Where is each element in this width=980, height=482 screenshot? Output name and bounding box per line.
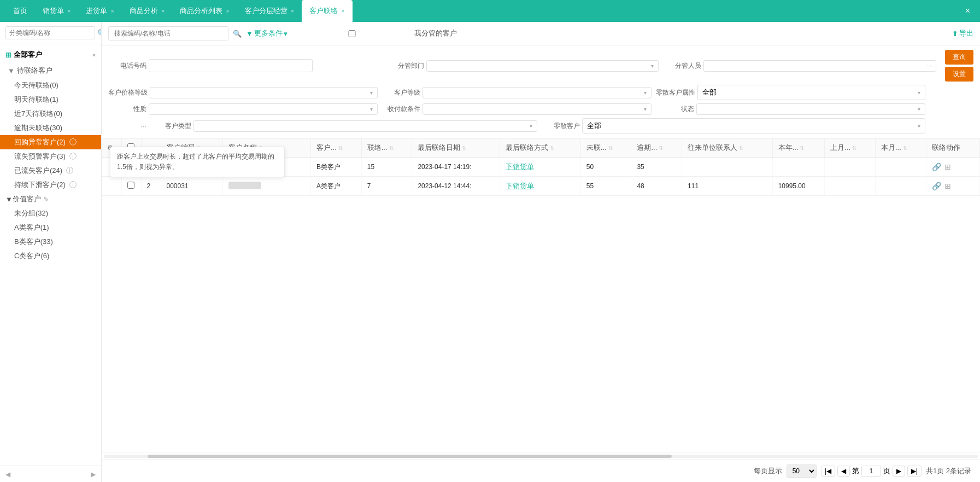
th-overdue[interactable]: 逾期... ⇅ bbox=[631, 138, 682, 158]
sidebar-item-already-lost[interactable]: 已流失客户(24) ⓘ bbox=[0, 164, 101, 178]
search-button[interactable]: 🔍 bbox=[233, 30, 242, 38]
page-number-input[interactable] bbox=[861, 466, 881, 477]
link-icon-1[interactable]: 🔗 bbox=[932, 162, 941, 171]
value-customer-section[interactable]: ▼ 价值客户 ✎ bbox=[0, 192, 101, 206]
th-this-year[interactable]: 本年... ⇅ bbox=[772, 138, 825, 158]
sidebar-item-c-class[interactable]: C类客户(6) bbox=[0, 249, 101, 263]
grid-icon-1[interactable]: ⊞ bbox=[944, 162, 951, 171]
all-customers-header[interactable]: ⊞ 全部客户 « bbox=[0, 47, 101, 63]
filter-area: 电话号码 分管部门 ▾ 分管人员 ··· bbox=[102, 45, 980, 138]
window-close-button[interactable]: × bbox=[961, 6, 975, 16]
phone-input[interactable] bbox=[149, 59, 313, 72]
price-grade-chevron: ▾ bbox=[370, 90, 373, 96]
th-last-method[interactable]: 最后联络方式 ⇅ bbox=[500, 138, 580, 158]
th-contact[interactable]: 联络... ⇅ bbox=[361, 138, 412, 158]
sidebar-item-overdue[interactable]: 逾期未联络(30) bbox=[0, 121, 101, 135]
first-page-button[interactable]: |◀ bbox=[821, 466, 835, 477]
close-icon-product-analysis[interactable]: × bbox=[161, 8, 165, 14]
horizontal-scroll-bar[interactable] bbox=[102, 452, 980, 460]
export-button[interactable]: ⬆ 导出 bbox=[952, 28, 973, 38]
search-input[interactable] bbox=[108, 26, 228, 40]
status-select[interactable]: ▾ bbox=[696, 103, 925, 115]
pagination-bar: 每页显示 50 20 100 |◀ ◀ 第 页 ▶ ▶| 共1页 2条记录 bbox=[102, 460, 980, 482]
next-page-button[interactable]: ▶ bbox=[893, 466, 905, 477]
wait-contact-section[interactable]: ▼ 待联络客户 bbox=[0, 63, 101, 78]
retail-attr-select[interactable]: 全部 ▾ bbox=[697, 85, 925, 100]
td-unit-contact-2: 111 bbox=[682, 177, 773, 196]
settings-button[interactable]: 设置 bbox=[945, 67, 973, 82]
retail-select[interactable]: 全部 ▾ bbox=[582, 118, 926, 133]
sidebar-left-arrow[interactable]: ◀ bbox=[5, 471, 10, 478]
sidebar-item-tomorrow[interactable]: 明天待联络(1) bbox=[0, 92, 101, 107]
th-grade[interactable]: 客户... ⇅ bbox=[311, 138, 362, 158]
th-last-date[interactable]: 最后联络日期 ⇅ bbox=[412, 138, 500, 158]
grade-select[interactable]: ▾ bbox=[422, 87, 652, 98]
filter-price-grade: 客户价格等级 ▾ bbox=[108, 87, 378, 98]
close-icon-product-list[interactable]: × bbox=[226, 8, 229, 14]
link-icon-2[interactable]: 🔗 bbox=[932, 182, 941, 190]
sort-icon-uncontacted: ⇅ bbox=[608, 145, 613, 151]
more-conditions-btn[interactable]: ▼ 更多条件 ▾ bbox=[246, 28, 287, 38]
nav-purchase[interactable]: 进货单 × bbox=[78, 0, 121, 22]
person-select[interactable]: ··· bbox=[703, 60, 936, 72]
prev-page-button[interactable]: ◀ bbox=[837, 466, 850, 477]
nav-customer-contact[interactable]: 客户联络 × bbox=[302, 0, 352, 22]
td-last-month-2 bbox=[825, 177, 876, 196]
per-page-select[interactable]: 50 20 100 bbox=[787, 464, 817, 478]
my-customers-input[interactable] bbox=[292, 30, 412, 37]
sidebar-item-today[interactable]: 今天待联络(0) bbox=[0, 78, 101, 92]
td-unit-contact-1 bbox=[682, 158, 773, 177]
last-method-link-2[interactable]: 下销货单 bbox=[506, 182, 534, 190]
query-button[interactable]: 查询 bbox=[945, 50, 973, 65]
content-area: 距客户上次交易时长，超过了此客户的平均交易周期的1.5倍，则视为异常。 🔍 ▼ … bbox=[102, 22, 980, 482]
th-last-month[interactable]: 上月... ⇅ bbox=[825, 138, 876, 158]
nav-customer-tier[interactable]: 客户分层经营 × bbox=[237, 0, 302, 22]
pay-select[interactable]: ▾ bbox=[422, 103, 652, 115]
nav-sales[interactable]: 销货单 × bbox=[35, 0, 78, 22]
price-grade-select[interactable]: ▾ bbox=[150, 87, 378, 98]
th-this-month[interactable]: 本月... ⇅ bbox=[875, 138, 926, 158]
filter-more-dots[interactable]: ··· bbox=[140, 122, 146, 130]
sidebar-right-arrow[interactable]: ▶ bbox=[91, 471, 96, 478]
per-page-label: 每页显示 bbox=[754, 466, 782, 476]
row-checkbox-2[interactable] bbox=[127, 182, 134, 189]
sidebar-search-input[interactable] bbox=[5, 26, 95, 39]
customer-type-select[interactable]: ▾ bbox=[193, 120, 537, 132]
th-unit-contact[interactable]: 往来单位联系人 ⇅ bbox=[682, 138, 773, 158]
last-method-link-1[interactable]: 下销货单 bbox=[506, 162, 534, 171]
sidebar-item-continuous-down[interactable]: 持续下滑客户(2) ⓘ bbox=[0, 178, 101, 192]
scroll-track[interactable] bbox=[104, 455, 978, 458]
nav-product-list[interactable]: 商品分析列表 × bbox=[172, 0, 237, 22]
sidebar-item-b-class[interactable]: B类客户(33) bbox=[0, 235, 101, 249]
toolbar: 🔍 ▼ 更多条件 ▾ 我分管的客户 ⬆ 导出 bbox=[102, 22, 980, 45]
my-customers-checkbox[interactable]: 我分管的客户 bbox=[292, 28, 457, 38]
last-page-button[interactable]: ▶| bbox=[907, 466, 922, 477]
close-icon-purchase[interactable]: × bbox=[110, 8, 114, 14]
edit-icon[interactable]: ✎ bbox=[43, 195, 49, 204]
td-last-method-1[interactable]: 下销货单 bbox=[500, 158, 580, 177]
th-uncontacted[interactable]: 未联... ⇅ bbox=[580, 138, 631, 158]
dept-select[interactable]: ▾ bbox=[426, 60, 659, 72]
customer-type-chevron: ▾ bbox=[530, 123, 532, 129]
close-icon-customer-contact[interactable]: × bbox=[341, 8, 344, 14]
sidebar-item-a-class[interactable]: A类客户(1) bbox=[0, 220, 101, 235]
sidebar-item-7days[interactable]: 近7天待联络(0) bbox=[0, 107, 101, 121]
td-last-date-1: 2023-04-17 14:19: bbox=[412, 158, 500, 177]
gender-select[interactable]: ▾ bbox=[149, 103, 378, 115]
grid-icon-2[interactable]: ⊞ bbox=[944, 182, 951, 190]
td-checkbox-2[interactable] bbox=[121, 177, 141, 196]
close-icon-sales[interactable]: × bbox=[67, 8, 71, 14]
sidebar-item-lost-pre[interactable]: 流失预警客户(3) ⓘ bbox=[0, 149, 101, 164]
nav-product-analysis[interactable]: 商品分析 × bbox=[122, 0, 172, 22]
sidebar-item-repurchase-abnormal[interactable]: 回购异常客户(2) ⓘ bbox=[0, 135, 101, 149]
sidebar-item-ungroup[interactable]: 未分组(32) bbox=[0, 206, 101, 220]
sidebar-search-icon[interactable]: 🔍 bbox=[97, 29, 102, 37]
status-label: 状态 bbox=[656, 104, 694, 114]
close-icon-customer-tier[interactable]: × bbox=[291, 8, 294, 14]
td-last-method-2[interactable]: 下销货单 bbox=[500, 177, 580, 196]
filter-row-2: 客户价格等级 ▾ 客户等级 ▾ 零散客户属性 全部 bbox=[108, 85, 973, 100]
nav-home[interactable]: 首页 bbox=[5, 0, 35, 22]
scroll-thumb[interactable] bbox=[148, 455, 672, 458]
sort-icon-last-date: ⇅ bbox=[462, 145, 466, 151]
collapse-button[interactable]: « bbox=[92, 51, 96, 58]
